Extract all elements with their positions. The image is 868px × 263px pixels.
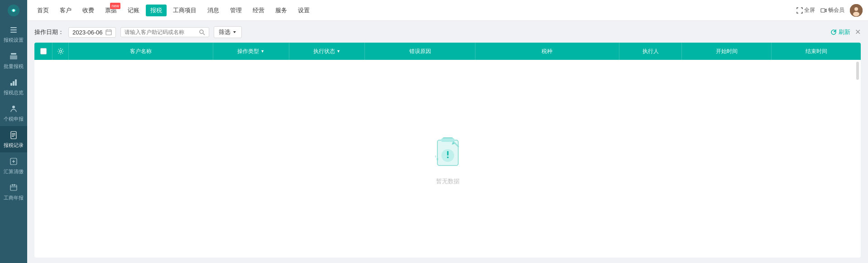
chevron-down-icon bbox=[232, 30, 237, 34]
th-error: 错误原因 bbox=[365, 43, 475, 60]
svg-rect-18 bbox=[12, 184, 13, 186]
svg-rect-4 bbox=[10, 32, 17, 33]
nav-items: 首页 客户 收费 票据 new 记账 报税 工商项目 消息 管理 经营 服务 设… bbox=[33, 5, 796, 16]
search-box[interactable] bbox=[120, 27, 209, 37]
fullscreen-icon bbox=[796, 7, 803, 14]
sidebar-item-pilianbaoshui[interactable]: 批量报税 bbox=[0, 47, 27, 73]
search-input[interactable] bbox=[125, 29, 197, 35]
nav-item-baoshui[interactable]: 报税 bbox=[146, 5, 167, 16]
nav-item-shezhi[interactable]: 设置 bbox=[293, 5, 314, 16]
select-all-checkbox[interactable] bbox=[40, 48, 47, 54]
svg-rect-17 bbox=[10, 185, 17, 190]
fullscreen-button[interactable]: 全屏 bbox=[796, 6, 815, 14]
logo-icon bbox=[7, 4, 20, 17]
svg-point-29 bbox=[200, 30, 203, 34]
settings-sidebar-icon bbox=[8, 24, 19, 35]
taxperson-sidebar-icon bbox=[8, 103, 19, 114]
scrollbar-hint[interactable] bbox=[856, 62, 859, 80]
nav-item-xiaoxi[interactable]: 消息 bbox=[203, 5, 224, 16]
svg-point-24 bbox=[853, 12, 859, 16]
th-optype[interactable]: 操作类型 ▼ bbox=[213, 43, 289, 60]
svg-rect-25 bbox=[106, 30, 111, 35]
empty-illustration bbox=[427, 132, 468, 173]
user-avatar[interactable] bbox=[850, 4, 863, 17]
table-header: 客户名称 操作类型 ▼ 执行状态 ▼ 错误原因 税种 执行人 bbox=[34, 43, 861, 60]
sidebar-item-baoshuijilu[interactable]: 报税记录 bbox=[0, 126, 27, 152]
svg-point-38 bbox=[436, 158, 438, 161]
svg-rect-15 bbox=[12, 136, 14, 136]
nav-item-shouye[interactable]: 首页 bbox=[33, 5, 53, 16]
svg-point-11 bbox=[12, 106, 15, 108]
svg-rect-13 bbox=[12, 133, 15, 134]
nav-item-guanli[interactable]: 管理 bbox=[225, 5, 246, 16]
th-executor: 执行人 bbox=[619, 43, 682, 60]
th-starttime: 开始时间 bbox=[682, 43, 772, 60]
th-name: 客户名称 bbox=[69, 43, 213, 60]
table-body: 暂无数据 bbox=[34, 60, 861, 258]
close-button[interactable]: ✕ bbox=[855, 29, 861, 36]
data-table: 客户名称 操作类型 ▼ 执行状态 ▼ 错误原因 税种 执行人 bbox=[34, 43, 861, 258]
sidebar-logo[interactable] bbox=[0, 0, 27, 21]
nav-item-jingying[interactable]: 经营 bbox=[248, 5, 269, 16]
nav-item-piaoju[interactable]: 票据 new bbox=[101, 5, 121, 16]
svg-rect-10 bbox=[15, 79, 17, 86]
th-checkbox[interactable] bbox=[34, 43, 53, 60]
sidebar-item-baoshuishezhi[interactable]: 报税设置 bbox=[0, 21, 27, 47]
svg-rect-8 bbox=[10, 83, 12, 86]
sidebar-item-baoshuizonglan[interactable]: 报税总览 bbox=[0, 73, 27, 100]
calendar-icon bbox=[106, 29, 112, 35]
nav-item-jizhang[interactable]: 记账 bbox=[123, 5, 144, 16]
svg-point-1 bbox=[12, 9, 15, 12]
refresh-icon bbox=[830, 29, 837, 35]
annual-sidebar-icon bbox=[8, 182, 19, 193]
nav-item-kehu[interactable]: 客户 bbox=[55, 5, 76, 16]
svg-rect-3 bbox=[10, 29, 17, 30]
topnav-right: 全屏 畅会员 bbox=[796, 4, 863, 17]
empty-state: 暂无数据 bbox=[427, 132, 468, 185]
overview-sidebar-icon bbox=[8, 77, 19, 88]
optype-filter-icon: ▼ bbox=[260, 49, 264, 54]
top-navigation: 首页 客户 收费 票据 new 记账 报税 工商项目 消息 管理 经营 服务 设… bbox=[27, 0, 868, 21]
calc-sidebar-icon bbox=[8, 156, 19, 167]
svg-rect-36 bbox=[447, 151, 448, 156]
video-icon bbox=[820, 7, 827, 14]
avatar-icon bbox=[850, 4, 863, 17]
record-sidebar-icon bbox=[8, 130, 19, 141]
sidebar-item-gongshangnianbao[interactable]: 工商年报 bbox=[0, 179, 27, 205]
content-area: 操作日期： 2023-06-06 筛选 bbox=[27, 21, 868, 263]
sidebar-item-huisuanqingchu[interactable]: 汇算清缴 bbox=[0, 152, 27, 179]
svg-rect-5 bbox=[11, 53, 16, 54]
svg-point-23 bbox=[854, 7, 858, 11]
search-icon bbox=[199, 29, 205, 35]
date-picker[interactable]: 2023-06-06 bbox=[68, 27, 116, 38]
sidebar: 报税设置 批量报税 报税总览 个税申报 报税记录 汇算清缴 工商 bbox=[0, 0, 27, 263]
svg-rect-2 bbox=[10, 27, 17, 28]
vip-button[interactable]: 畅会员 bbox=[820, 6, 844, 14]
svg-rect-14 bbox=[12, 135, 15, 135]
nav-item-gongshangxiangmu[interactable]: 工商项目 bbox=[168, 5, 201, 16]
svg-point-31 bbox=[59, 50, 62, 53]
batch-sidebar-icon bbox=[8, 51, 19, 62]
th-endtime: 结束时间 bbox=[772, 43, 861, 60]
main-container: 首页 客户 收费 票据 new 记账 报税 工商项目 消息 管理 经营 服务 设… bbox=[27, 0, 868, 263]
filter-button[interactable]: 筛选 bbox=[214, 26, 242, 38]
svg-rect-34 bbox=[441, 138, 455, 142]
svg-rect-19 bbox=[14, 184, 15, 186]
svg-rect-21 bbox=[821, 9, 825, 12]
refresh-button[interactable]: 刷新 bbox=[830, 28, 850, 36]
svg-rect-7 bbox=[11, 54, 16, 55]
svg-point-39 bbox=[435, 156, 436, 158]
nav-item-fuwu[interactable]: 服务 bbox=[271, 5, 292, 16]
nav-item-shoufei[interactable]: 收费 bbox=[78, 5, 99, 16]
date-label: 操作日期： bbox=[34, 28, 64, 36]
sidebar-item-geshuishenbao[interactable]: 个税申报 bbox=[0, 100, 27, 126]
status-filter-icon: ▼ bbox=[336, 49, 340, 54]
column-settings-icon bbox=[57, 48, 64, 55]
th-taxtype: 税种 bbox=[475, 43, 620, 60]
svg-rect-9 bbox=[13, 81, 14, 86]
th-status[interactable]: 执行状态 ▼ bbox=[289, 43, 365, 60]
empty-text: 暂无数据 bbox=[436, 177, 460, 185]
toolbar: 操作日期： 2023-06-06 筛选 bbox=[34, 26, 861, 38]
th-settings[interactable] bbox=[53, 43, 69, 60]
svg-point-37 bbox=[447, 156, 449, 158]
